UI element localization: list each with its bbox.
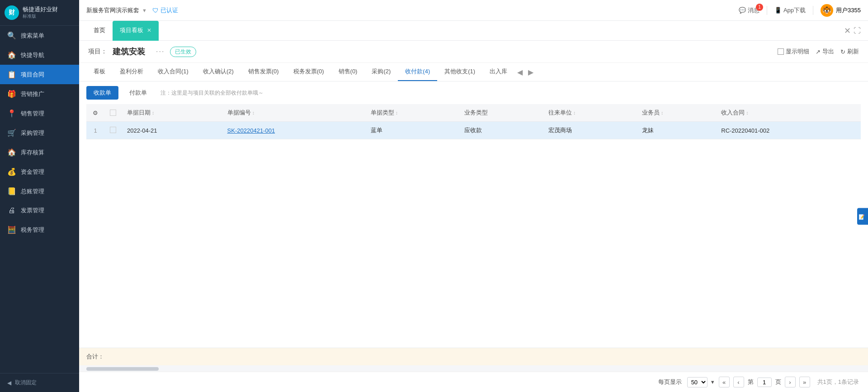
inventory-icon: 🏠 bbox=[7, 148, 16, 157]
module-tab-sales[interactable]: 销售(0) bbox=[331, 63, 365, 81]
sidebar-item-label: 采购管理 bbox=[21, 129, 44, 137]
module-tab-other-expense[interactable]: 其他收支(1) bbox=[437, 63, 482, 81]
sidebar-item-label: 库存核算 bbox=[21, 148, 44, 157]
cell-number[interactable]: SK-20220421-001 bbox=[222, 122, 365, 139]
sidebar-item-purchase-mgmt[interactable]: 🛒 采购管理 bbox=[0, 123, 79, 143]
page-number-input[interactable] bbox=[757, 378, 772, 387]
show-detail-checkbox[interactable]: 显示明细 bbox=[778, 48, 809, 56]
message-button[interactable]: 💬 消息 1 bbox=[739, 6, 760, 14]
refresh-icon: ↻ bbox=[840, 48, 845, 55]
row-checkbox[interactable] bbox=[104, 122, 122, 139]
message-icon: 💬 bbox=[739, 7, 746, 14]
per-page-select[interactable]: 50 bbox=[687, 377, 708, 387]
sidebar-item-label: 销售管理 bbox=[21, 110, 44, 118]
row-check-icon[interactable] bbox=[110, 127, 116, 133]
header-right: 💬 消息 1 📱 App下载 🐯 用户3355 bbox=[739, 4, 861, 17]
column-number[interactable]: 单据编号 bbox=[222, 104, 365, 122]
header-divider bbox=[767, 6, 767, 15]
cell-date: 2022-04-21 bbox=[122, 122, 222, 139]
user-info[interactable]: 🐯 用户3355 bbox=[821, 4, 861, 17]
export-label: 导出 bbox=[822, 48, 834, 56]
module-tab-income-contract[interactable]: 收入合同(1) bbox=[151, 63, 196, 81]
sidebar-item-invoice[interactable]: 🖨 发票管理 bbox=[0, 201, 79, 220]
sidebar-item-project-contract[interactable]: 📋 项目合同 bbox=[0, 65, 79, 84]
unpin-label: 取消固定 bbox=[15, 379, 37, 387]
total-label: 合计： bbox=[86, 353, 104, 360]
prev-page-button[interactable]: ‹ bbox=[733, 377, 744, 387]
module-tab-kanban[interactable]: 看板 bbox=[86, 63, 113, 81]
chevron-down-icon: ▼ bbox=[142, 8, 147, 13]
show-detail-label: 显示明细 bbox=[786, 48, 809, 56]
tab-home[interactable]: 首页 bbox=[86, 21, 113, 41]
module-tab-income-confirm[interactable]: 收入确认(2) bbox=[196, 63, 241, 81]
sidebar-item-inventory[interactable]: 🏠 库存核算 bbox=[0, 143, 79, 162]
column-partner[interactable]: 往来单位 bbox=[543, 104, 637, 122]
right-panel-tab[interactable]: 📝 bbox=[857, 208, 868, 225]
module-tab-profit[interactable]: 盈利分析 bbox=[113, 63, 151, 81]
contract-icon: 📋 bbox=[7, 70, 16, 79]
sidebar-item-funds[interactable]: 💰 资金管理 bbox=[0, 162, 79, 182]
app-download-button[interactable]: 📱 App下载 bbox=[774, 6, 806, 14]
column-income-contract[interactable]: 收入合同 bbox=[716, 104, 861, 122]
module-tab-sales-invoice[interactable]: 销售发票(0) bbox=[241, 63, 286, 81]
cell-income-contract: RC-20220401-002 bbox=[716, 122, 861, 139]
export-button[interactable]: ↗ 导出 bbox=[816, 48, 834, 56]
certified-badge: 🛡 已认证 bbox=[152, 6, 178, 14]
column-doc-type[interactable]: 单据类型 bbox=[365, 104, 459, 122]
sidebar-item-quick-nav[interactable]: 🏠 快捷导航 bbox=[0, 45, 79, 65]
checkbox-icon[interactable] bbox=[778, 48, 784, 55]
close-icon[interactable]: ✕ bbox=[147, 27, 151, 33]
horizontal-scrollbar[interactable] bbox=[79, 365, 868, 372]
first-page-button[interactable]: « bbox=[719, 377, 730, 387]
close-window-icon[interactable]: ✕ bbox=[844, 26, 851, 36]
tab-next-arrow[interactable]: ▶ bbox=[525, 68, 536, 76]
module-tab-payment[interactable]: 收付款(4) bbox=[398, 63, 437, 81]
module-tab-purchase[interactable]: 采购(2) bbox=[364, 63, 398, 81]
message-badge: 1 bbox=[756, 4, 763, 11]
sidebar-item-label: 发票管理 bbox=[21, 206, 44, 215]
module-tab-stock[interactable]: 出入库 bbox=[482, 63, 514, 81]
project-actions: 显示明细 ↗ 导出 ↻ 刷新 bbox=[778, 48, 859, 56]
column-salesman[interactable]: 业务员 bbox=[637, 104, 716, 122]
pagination: 每页显示 50 ▼ « ‹ 第 页 › » 共1页，1条记录 bbox=[79, 372, 868, 392]
sidebar-item-tax[interactable]: 🧮 税务管理 bbox=[0, 220, 79, 239]
project-name: 建筑安装 bbox=[113, 46, 145, 57]
sub-tab-payment[interactable]: 付款单 bbox=[122, 86, 154, 100]
unpin-button[interactable]: ◀ 取消固定 bbox=[0, 373, 79, 392]
column-gear[interactable]: ⚙ bbox=[86, 104, 104, 122]
last-page-button[interactable]: » bbox=[799, 377, 810, 387]
module-tab-tax-invoice[interactable]: 税务发票(0) bbox=[286, 63, 331, 81]
invoice-icon: 🖨 bbox=[7, 206, 16, 215]
select-all-checkbox[interactable] bbox=[110, 110, 116, 116]
account-selector[interactable]: 新服务官网演示账套 ▼ bbox=[86, 6, 147, 14]
tab-prev-arrow[interactable]: ◀ bbox=[514, 68, 525, 76]
tax-icon: 🧮 bbox=[7, 225, 16, 234]
page-unit: 页 bbox=[775, 378, 781, 386]
user-name: 用户3355 bbox=[836, 6, 861, 14]
sidebar-item-ledger[interactable]: 📒 总账管理 bbox=[0, 182, 79, 201]
sidebar-item-sales-mgmt[interactable]: 📍 销售管理 bbox=[0, 104, 79, 123]
tab-project-board[interactable]: 项目看板 ✕ bbox=[113, 21, 159, 41]
tab-project-board-label: 项目看板 bbox=[120, 26, 143, 34]
column-date[interactable]: 单据日期 bbox=[122, 104, 222, 122]
account-name: 新服务官网演示账套 bbox=[86, 6, 139, 14]
sidebar-logo: 财 畅捷通好业财 标准版 bbox=[0, 0, 79, 26]
right-panel-icon: 📝 bbox=[859, 214, 864, 220]
next-page-button[interactable]: › bbox=[785, 377, 796, 387]
document-link[interactable]: SK-20220421-001 bbox=[227, 127, 275, 134]
sidebar-item-search[interactable]: 🔍 搜索菜单 bbox=[0, 26, 79, 45]
scrollbar-thumb[interactable] bbox=[86, 367, 159, 371]
shield-icon: 🛡 bbox=[152, 7, 159, 14]
maximize-icon[interactable]: ⛶ bbox=[854, 27, 861, 35]
sidebar: 财 畅捷通好业财 标准版 🔍 搜索菜单 🏠 快捷导航 📋 项目合同 🎁 营销推广… bbox=[0, 0, 79, 392]
sidebar-item-marketing[interactable]: 🎁 营销推广 bbox=[0, 84, 79, 104]
search-icon: 🔍 bbox=[7, 31, 16, 40]
sales-icon: 📍 bbox=[7, 109, 16, 118]
refresh-button[interactable]: ↻ 刷新 bbox=[840, 48, 859, 56]
sub-tab-receipt[interactable]: 收款单 bbox=[86, 86, 118, 100]
more-dots[interactable]: ··· bbox=[156, 48, 165, 56]
unpin-icon: ◀ bbox=[7, 380, 11, 386]
table-footer: 合计： bbox=[79, 348, 868, 365]
column-check bbox=[104, 104, 122, 122]
sidebar-item-label: 快捷导航 bbox=[21, 51, 44, 59]
